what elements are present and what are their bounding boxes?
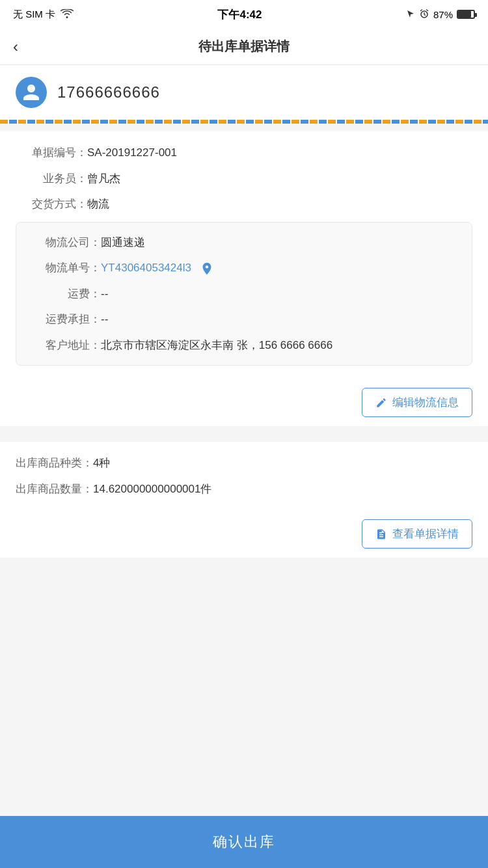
carrier-text: 无 SIM 卡 [13, 8, 55, 21]
status-right: 87% [406, 8, 475, 21]
battery-text: 87% [433, 9, 453, 20]
goods-type-value: 4种 [93, 455, 472, 472]
page-title: 待出库单据详情 [198, 38, 290, 55]
goods-section: 出库商品种类： 4种 出库商品数量： 14.620000000000001件 [0, 442, 488, 510]
freight-value: -- [101, 286, 459, 303]
freight-bearer-row: 运费承担： -- [29, 311, 459, 328]
freight-bearer-value: -- [101, 311, 459, 328]
customer-header: 17666666666 [0, 65, 488, 120]
person-icon [21, 83, 41, 102]
dashed-divider [0, 120, 488, 124]
logistics-card: 物流公司： 圆通速递 物流单号： YT43064053424l3 [16, 222, 472, 366]
goods-type-label: 出库商品种类： [16, 455, 93, 472]
bottom-spacer [0, 558, 488, 688]
goods-type-row: 出库商品种类： 4种 [16, 455, 472, 472]
back-button[interactable]: ‹ [13, 38, 39, 56]
freight-bearer-label: 运费承担： [29, 311, 101, 328]
sales-person-row: 业务员： 曾凡杰 [16, 170, 472, 187]
order-info-section: 单据编号： SA-20191227-001 业务员： 曾凡杰 交货方式： 物流 … [0, 131, 488, 379]
freight-label: 运费： [29, 286, 101, 303]
address-row: 客户地址： 北京市市辖区海淀区永丰南 张，156 6666 6666 [29, 337, 459, 354]
location-status-icon [406, 9, 415, 20]
goods-quantity-label: 出库商品数量： [16, 481, 93, 498]
status-time: 下午4:42 [217, 7, 262, 22]
address-value: 北京市市辖区海淀区永丰南 张，156 6666 6666 [101, 337, 459, 354]
confirm-button[interactable]: 确认出库 [0, 816, 488, 868]
address-label: 客户地址： [29, 337, 101, 354]
freight-row: 运费： -- [29, 286, 459, 303]
map-pin-icon [200, 262, 214, 276]
edit-icon [375, 397, 387, 409]
order-number-value: SA-20191227-001 [87, 144, 472, 161]
delivery-method-label: 交货方式： [16, 196, 87, 213]
nav-bar: ‹ 待出库单据详情 [0, 29, 488, 65]
edit-btn-container: 编辑物流信息 [0, 379, 488, 426]
status-left: 无 SIM 卡 [13, 8, 74, 21]
delivery-method-row: 交货方式： 物流 [16, 196, 472, 213]
logistics-company-value: 圆通速递 [101, 234, 459, 251]
logistics-company-label: 物流公司： [29, 234, 101, 251]
view-details-button[interactable]: 查看单据详情 [362, 519, 472, 549]
logistics-company-row: 物流公司： 圆通速递 [29, 234, 459, 251]
tracking-number-value: YT43064053424l3 [101, 260, 459, 277]
order-number-label: 单据编号： [16, 144, 87, 161]
view-btn-container: 查看单据详情 [0, 510, 488, 558]
order-number-row: 单据编号： SA-20191227-001 [16, 144, 472, 161]
goods-quantity-value: 14.620000000000001件 [93, 481, 472, 498]
avatar [16, 77, 47, 108]
edit-logistics-button[interactable]: 编辑物流信息 [362, 388, 472, 417]
battery-icon [457, 10, 475, 19]
sales-person-label: 业务员： [16, 170, 87, 187]
goods-quantity-row: 出库商品数量： 14.620000000000001件 [16, 481, 472, 498]
tracking-number-label: 物流单号： [29, 260, 101, 277]
wifi-icon [61, 9, 74, 20]
sales-person-value: 曾凡杰 [87, 170, 472, 187]
customer-phone: 17666666666 [57, 83, 160, 102]
alarm-icon [419, 8, 429, 21]
delivery-method-value: 物流 [87, 196, 472, 213]
document-icon [375, 528, 387, 540]
tracking-number-row: 物流单号： YT43064053424l3 [29, 260, 459, 277]
status-bar: 无 SIM 卡 下午4:42 [0, 0, 488, 29]
section-divider [0, 426, 488, 434]
